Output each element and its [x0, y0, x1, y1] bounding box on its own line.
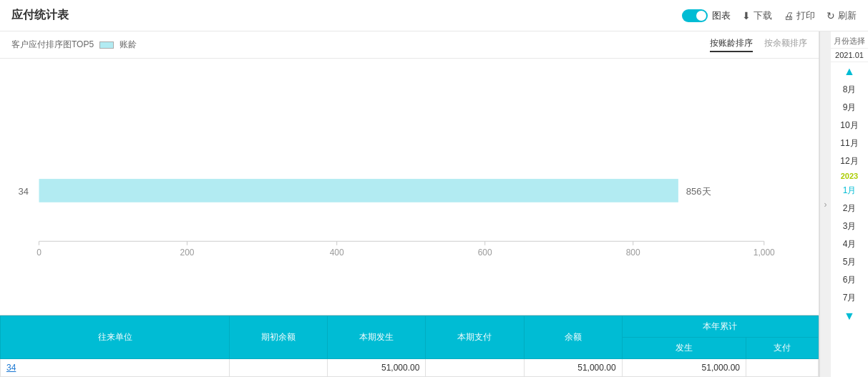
th-unit: 往来单位 — [1, 316, 230, 359]
chart-tabs: 按账龄排序 按余额排序 — [710, 37, 807, 52]
th-period-balance: 期初余额 — [230, 316, 328, 359]
td-period-balance — [230, 359, 328, 377]
th-year-occur: 发生 — [622, 338, 746, 359]
sidebar-year-label: 2023 — [831, 170, 868, 182]
sidebar-month-5[interactable]: 5月 — [831, 253, 868, 271]
chart-toggle-group: 图表 — [682, 9, 731, 22]
table-area: 往来单位 期初余额 本期发生 本期支付 余额 本年累计 发生 支付 — [0, 315, 819, 377]
chart-svg: 34 856天 0 200 400 600 800 1,000 — [0, 64, 819, 309]
page-container: 应付统计表 图表 ⬇ 下载 🖨 打印 ↻ 刷新 — [0, 0, 868, 377]
svg-text:200: 200 — [180, 248, 194, 258]
sidebar-down-button[interactable]: ▼ — [831, 307, 868, 325]
refresh-label: 刷新 — [838, 9, 857, 22]
main-content: 客户应付排序图TOP5 账龄 按账龄排序 按余额排序 34 856天 — [0, 31, 868, 377]
refresh-button[interactable]: ↻ 刷新 — [826, 9, 857, 22]
download-icon: ⬇ — [742, 10, 751, 21]
sidebar-month-12[interactable]: 12月 — [831, 152, 868, 170]
sidebar-month-7[interactable]: 7月 — [831, 289, 868, 307]
th-balance: 余额 — [524, 316, 622, 359]
th-current-occur: 本期发生 — [328, 316, 426, 359]
td-current-pay — [426, 359, 524, 377]
td-unit[interactable]: 34 — [1, 359, 230, 377]
td-current-occur: 51,000.00 — [328, 359, 426, 377]
data-table: 往来单位 期初余额 本期发生 本期支付 余额 本年累计 发生 支付 — [0, 315, 819, 377]
sidebar-title: 月份选择 — [831, 31, 868, 49]
svg-text:400: 400 — [330, 248, 344, 258]
sidebar-wrapper: › 月份选择 2021.01 ▲ 8月 9月 10月 11月 12月 2023 … — [819, 31, 868, 377]
print-icon: 🖨 — [784, 10, 794, 21]
sidebar: 月份选择 2021.01 ▲ 8月 9月 10月 11月 12月 2023 1月… — [831, 31, 868, 377]
td-year-occur: 51,000.00 — [622, 359, 746, 377]
sidebar-up-button[interactable]: ▲ — [831, 62, 868, 81]
th-year-group: 本年累计 — [622, 316, 818, 338]
th-current-pay: 本期支付 — [426, 316, 524, 359]
table-row: 34 51,000.00 51,000.00 51,000.00 — [1, 359, 819, 377]
print-button[interactable]: 🖨 打印 — [784, 9, 815, 22]
sidebar-month-9[interactable]: 9月 — [831, 99, 868, 117]
sidebar-month-3[interactable]: 3月 — [831, 217, 868, 235]
svg-text:600: 600 — [478, 248, 492, 258]
svg-text:34: 34 — [18, 186, 29, 197]
chart-area: 34 856天 0 200 400 600 800 1,000 — [0, 59, 819, 315]
sidebar-month-6[interactable]: 6月 — [831, 271, 868, 289]
svg-text:856天: 856天 — [686, 186, 711, 197]
chart-legend-box-label: 账龄 — [120, 39, 137, 51]
refresh-icon: ↻ — [826, 10, 835, 21]
chart-toggle[interactable] — [682, 9, 708, 22]
sidebar-month-4[interactable]: 4月 — [831, 235, 868, 253]
sidebar-month-8[interactable]: 8月 — [831, 81, 868, 99]
svg-text:0: 0 — [36, 248, 42, 258]
print-label: 打印 — [796, 9, 815, 22]
header: 应付统计表 图表 ⬇ 下载 🖨 打印 ↻ 刷新 — [0, 0, 868, 31]
sidebar-date-display: 2021.01 — [831, 49, 868, 62]
svg-text:800: 800 — [626, 248, 640, 258]
chart-legend-label: 客户应付排序图TOP5 — [11, 39, 94, 51]
td-year-pay — [746, 359, 819, 377]
download-button[interactable]: ⬇ 下载 — [742, 9, 772, 22]
chart-section: 客户应付排序图TOP5 账龄 按账龄排序 按余额排序 34 856天 — [0, 31, 819, 377]
legend-box — [99, 41, 114, 49]
th-year-pay: 支付 — [746, 338, 819, 359]
collapse-icon: › — [824, 200, 827, 210]
sidebar-month-11[interactable]: 11月 — [831, 134, 868, 152]
chart-legend: 客户应付排序图TOP5 账龄 — [11, 39, 137, 51]
bar-chart-bar — [39, 179, 678, 202]
page-title: 应付统计表 — [11, 8, 69, 23]
sidebar-month-10[interactable]: 10月 — [831, 117, 868, 134]
chart-header: 客户应付排序图TOP5 账龄 按账龄排序 按余额排序 — [0, 31, 819, 59]
sidebar-collapse-button[interactable]: › — [819, 31, 831, 377]
chart-toggle-label: 图表 — [712, 9, 731, 22]
svg-text:1,000: 1,000 — [754, 248, 775, 258]
td-balance: 51,000.00 — [524, 359, 622, 377]
sidebar-month-2[interactable]: 2月 — [831, 200, 868, 217]
sidebar-month-1[interactable]: 1月 — [831, 182, 868, 200]
header-actions: 图表 ⬇ 下载 🖨 打印 ↻ 刷新 — [682, 9, 857, 22]
tab-sort-by-balance[interactable]: 按余额排序 — [764, 37, 807, 52]
download-label: 下载 — [754, 9, 772, 22]
tab-sort-by-age[interactable]: 按账龄排序 — [710, 37, 753, 52]
